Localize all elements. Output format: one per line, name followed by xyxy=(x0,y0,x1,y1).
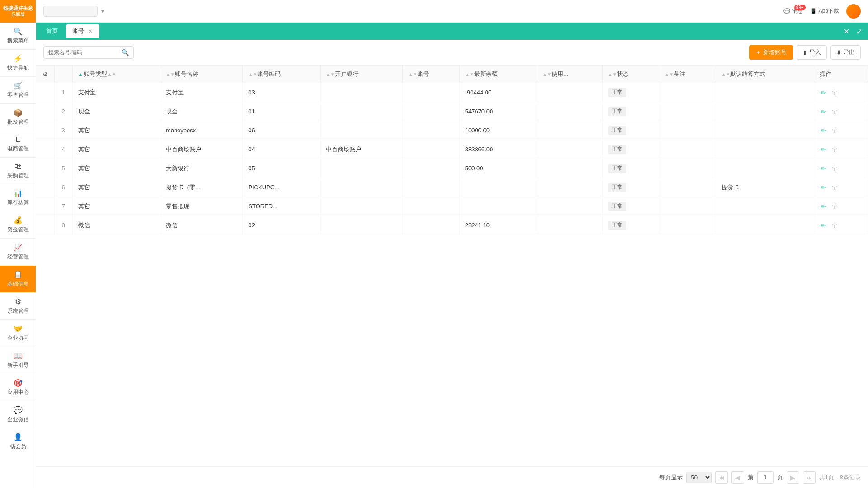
row-actions: ✏ 🗑 xyxy=(820,88,862,97)
first-page-button[interactable]: ⏮ xyxy=(715,471,728,484)
tab-account-close[interactable]: ✕ xyxy=(87,28,93,34)
col-settings[interactable]: ⚙ xyxy=(36,66,54,83)
col-code[interactable]: ▲▼账号编码 xyxy=(243,66,320,83)
col-status[interactable]: ▲▼状态 xyxy=(602,66,659,83)
sidebar-item-label: 采购管理 xyxy=(7,172,29,179)
col-bank[interactable]: ▲▼开户银行 xyxy=(320,66,402,83)
purchase-icon: 🛍 xyxy=(14,162,22,170)
topbar-search-input[interactable] xyxy=(43,6,98,17)
row-account-cell xyxy=(403,159,459,178)
topbar-dropdown-arrow[interactable]: ▾ xyxy=(101,8,104,14)
edit-button[interactable]: ✏ xyxy=(820,107,827,116)
add-account-button[interactable]: ＋ 新增账号 xyxy=(749,45,793,60)
prev-page-button[interactable]: ◀ xyxy=(731,471,744,484)
sidebar-item-app-center[interactable]: 🎯 应用中心 xyxy=(0,374,36,401)
sidebar-item-basic-info[interactable]: 📋 基础信息 xyxy=(0,266,36,293)
delete-button[interactable]: 🗑 xyxy=(830,221,839,230)
delete-button[interactable]: 🗑 xyxy=(830,88,839,97)
topbar-right: 💬 消息 99+ 📱 App下载 xyxy=(783,4,861,19)
sidebar-item-finance[interactable]: 💰 资金管理 xyxy=(0,211,36,239)
sidebar-item-guide[interactable]: 📖 新手引导 xyxy=(0,347,36,374)
sidebar-item-search-menu[interactable]: 🔍 搜索菜单 xyxy=(0,23,36,50)
col-usage[interactable]: ▲▼使用... xyxy=(537,66,603,83)
sidebar-item-inventory[interactable]: 📊 库存核算 xyxy=(0,184,36,211)
delete-button[interactable]: 🗑 xyxy=(830,183,839,192)
edit-button[interactable]: ✏ xyxy=(820,126,827,135)
account-search-input[interactable] xyxy=(48,49,118,56)
app-download-button[interactable]: 📱 App下载 xyxy=(810,7,839,15)
next-page-button[interactable]: ▶ xyxy=(787,471,799,484)
row-usage-cell xyxy=(537,159,603,178)
row-type-cell: 支付宝 xyxy=(72,83,160,102)
sidebar-item-ecommerce[interactable]: 🖥 电商管理 xyxy=(0,131,36,158)
sidebar-item-enterprise[interactable]: 🤝 企业协同 xyxy=(0,320,36,347)
delete-button[interactable]: 🗑 xyxy=(830,202,839,211)
edit-button[interactable]: ✏ xyxy=(820,183,827,192)
row-name-cell: 微信 xyxy=(160,216,242,235)
row-account-cell xyxy=(403,178,459,197)
row-actions: ✏ 🗑 xyxy=(820,145,862,154)
page-number-input[interactable] xyxy=(757,471,774,484)
row-type-cell: 其它 xyxy=(72,140,160,159)
row-num-cell: 7 xyxy=(54,197,72,216)
status-badge: 正常 xyxy=(608,126,626,135)
edit-button[interactable]: ✏ xyxy=(820,202,827,211)
col-account[interactable]: ▲▼账号 xyxy=(403,66,459,83)
edit-button[interactable]: ✏ xyxy=(820,164,827,173)
tabs-controls: ✕ ⤢ xyxy=(841,26,864,37)
last-page-button[interactable]: ⏭ xyxy=(803,471,816,484)
export-button[interactable]: ⬇ 导出 xyxy=(830,45,861,60)
add-icon: ＋ xyxy=(755,48,761,56)
sidebar-item-operations[interactable]: 📈 经营管理 xyxy=(0,239,36,266)
tab-account[interactable]: 账号 ✕ xyxy=(66,24,99,38)
sidebar-item-wholesale[interactable]: 📦 批发管理 xyxy=(0,104,36,131)
table-row: 4 其它 中百商场账户 04 中百商场账户 383866.00 正常 ✏ 🗑 xyxy=(36,140,868,159)
row-usage-cell xyxy=(537,178,603,197)
content-area: 🔍 ＋ 新增账号 ⬆ 导入 ⬇ 导出 xyxy=(36,40,868,488)
row-settings-cell xyxy=(36,102,54,121)
sidebar-item-member[interactable]: 👤 畅会员 xyxy=(0,428,36,455)
row-code-cell: 02 xyxy=(243,216,320,235)
tab-account-label: 账号 xyxy=(72,27,84,35)
col-balance[interactable]: ▲▼最新余额 xyxy=(459,66,537,83)
page-size-label: 每页显示 xyxy=(659,474,683,482)
message-badge: 99+ xyxy=(794,5,806,10)
col-type[interactable]: ▲账号类型▲▼ xyxy=(72,66,160,83)
tab-home[interactable]: 首页 xyxy=(40,24,64,38)
delete-button[interactable]: 🗑 xyxy=(830,145,839,154)
edit-button[interactable]: ✏ xyxy=(820,88,827,97)
logo-text: 畅捷通好生意乐版版 xyxy=(3,5,33,17)
row-code-cell: PICKUPC... xyxy=(243,178,320,197)
import-button[interactable]: ⬆ 导入 xyxy=(797,45,827,60)
sidebar-item-label: 批发管理 xyxy=(7,118,29,126)
row-num-cell: 1 xyxy=(54,83,72,102)
edit-button[interactable]: ✏ xyxy=(820,221,827,230)
delete-button[interactable]: 🗑 xyxy=(830,164,839,173)
col-remark[interactable]: ▲▼备注 xyxy=(659,66,716,83)
search-icon[interactable]: 🔍 xyxy=(121,49,129,56)
delete-button[interactable]: 🗑 xyxy=(830,107,839,116)
page-size-select[interactable]: 50 20 100 xyxy=(686,472,712,483)
row-usage-cell xyxy=(537,83,603,102)
tab-close-all-button[interactable]: ✕ xyxy=(841,26,852,37)
sidebar-item-retail[interactable]: 🛒 零售管理 xyxy=(0,77,36,104)
col-default-settlement[interactable]: ▲▼默认结算方式 xyxy=(716,66,814,83)
delete-button[interactable]: 🗑 xyxy=(830,126,839,135)
row-status-cell: 正常 xyxy=(602,102,659,121)
col-name[interactable]: ▲▼账号名称 xyxy=(160,66,242,83)
row-bank-cell xyxy=(320,178,402,197)
sidebar-item-label: 库存核算 xyxy=(7,199,29,206)
sidebar-item-quick-nav[interactable]: ⚡ 快捷导航 xyxy=(0,50,36,77)
edit-button[interactable]: ✏ xyxy=(820,145,827,154)
table-header-row: ⚙ ▲账号类型▲▼ ▲▼账号名称 ▲▼账号编码 ▲▼开户银行 ▲▼账号 ▲▼最新… xyxy=(36,66,868,83)
sidebar-item-purchase[interactable]: 🛍 采购管理 xyxy=(0,158,36,184)
message-button[interactable]: 💬 消息 99+ xyxy=(783,7,803,15)
row-type-cell: 微信 xyxy=(72,216,160,235)
user-avatar[interactable] xyxy=(846,4,861,19)
wholesale-icon: 📦 xyxy=(14,108,23,117)
sidebar-item-system[interactable]: ⚙ 系统管理 xyxy=(0,293,36,320)
tab-expand-button[interactable]: ⤢ xyxy=(854,26,864,37)
operations-icon: 📈 xyxy=(14,243,23,252)
sidebar-item-enterprise-wechat[interactable]: 💬 企业微信 xyxy=(0,401,36,428)
col-num xyxy=(54,66,72,83)
